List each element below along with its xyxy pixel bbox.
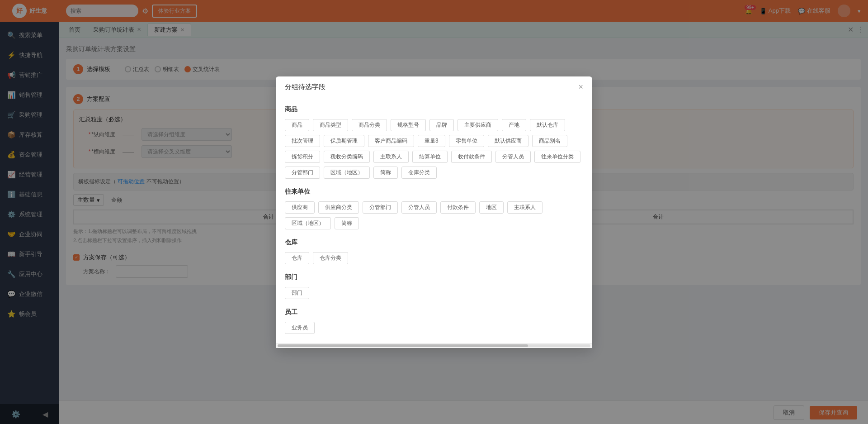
- modal-tag-0-4[interactable]: 品牌: [429, 119, 454, 131]
- modal-section-1: 往来单位供应商供应商分类分管部门分管人员付款条件地区主联系人区域（地区）简称: [285, 188, 583, 229]
- modal-tag-2-1[interactable]: 仓库分类: [313, 252, 348, 264]
- modal-tag-2-0[interactable]: 仓库: [285, 252, 309, 264]
- modal-tag-0-11[interactable]: 重量3: [418, 135, 445, 147]
- modal-tag-0-13[interactable]: 默认供应商: [488, 135, 528, 147]
- modal-tag-0-6[interactable]: 产地: [502, 119, 526, 131]
- modal-section-title-0: 商品: [285, 105, 583, 114]
- modal-tag-0-23[interactable]: 区域（地区）: [324, 167, 370, 179]
- modal-section-title-1: 往来单位: [285, 188, 583, 196]
- modal-section-4: 员工业务员: [285, 308, 583, 334]
- modal-overlay: 分组待选字段 × 商品商品商品类型商品分类规格型号品牌主要供应商产地默认仓库批次…: [0, 0, 868, 424]
- modal-section-2: 仓库仓库仓库分类: [285, 238, 583, 264]
- modal-section-3: 部门部门: [285, 273, 583, 299]
- modal-tag-1-2[interactable]: 分管部门: [363, 201, 398, 214]
- modal-tag-0-15[interactable]: 拣货积分: [285, 151, 320, 163]
- modal-tags-1: 供应商供应商分类分管部门分管人员付款条件地区主联系人区域（地区）简称: [285, 201, 583, 229]
- modal-tags-3: 部门: [285, 287, 583, 299]
- modal-horizontal-scrollbar[interactable]: [276, 343, 592, 348]
- modal-tag-1-5[interactable]: 地区: [479, 201, 504, 214]
- hscroll-thumb: [278, 344, 528, 347]
- modal-tag-0-1[interactable]: 商品类型: [313, 119, 348, 131]
- modal-tag-0-19[interactable]: 收付款条件: [451, 151, 492, 163]
- modal-tag-3-0[interactable]: 部门: [285, 287, 309, 299]
- modal-tag-0-12[interactable]: 零售单位: [449, 135, 484, 147]
- modal-tag-0-5[interactable]: 主要供应商: [458, 119, 498, 131]
- modal-tag-0-16[interactable]: 税收分类编码: [324, 151, 370, 163]
- modal-header: 分组待选字段 ×: [276, 76, 592, 98]
- modal-tag-0-20[interactable]: 分管人员: [495, 151, 531, 163]
- modal-tag-1-4[interactable]: 付款条件: [440, 201, 476, 214]
- modal-tag-0-3[interactable]: 规格型号: [391, 119, 426, 131]
- modal-tag-1-6[interactable]: 主联系人: [507, 201, 542, 214]
- modal-tag-0-25[interactable]: 仓库分类: [401, 167, 437, 179]
- modal-tags-0: 商品商品类型商品分类规格型号品牌主要供应商产地默认仓库批次管理保质期管理客户商品…: [285, 119, 583, 179]
- modal-tag-1-7[interactable]: 区域（地区）: [285, 217, 331, 229]
- modal-tag-1-8[interactable]: 简称: [335, 217, 359, 229]
- modal-tags-2: 仓库仓库分类: [285, 252, 583, 264]
- modal-tag-1-1[interactable]: 供应商分类: [318, 201, 359, 214]
- modal-dialog: 分组待选字段 × 商品商品商品类型商品分类规格型号品牌主要供应商产地默认仓库批次…: [276, 76, 592, 348]
- modal-tag-0-7[interactable]: 默认仓库: [530, 119, 565, 131]
- modal-tag-0-21[interactable]: 往来单位分类: [534, 151, 580, 163]
- modal-tag-0-2[interactable]: 商品分类: [352, 119, 387, 131]
- modal-tag-0-0[interactable]: 商品: [285, 119, 309, 131]
- modal-tag-0-9[interactable]: 保质期管理: [324, 135, 364, 147]
- modal-tag-0-10[interactable]: 客户商品编码: [368, 135, 414, 147]
- hscroll-track: [278, 344, 590, 347]
- modal-section-title-2: 仓库: [285, 238, 583, 247]
- modal-section-0: 商品商品商品类型商品分类规格型号品牌主要供应商产地默认仓库批次管理保质期管理客户…: [285, 105, 583, 179]
- modal-section-title-4: 员工: [285, 308, 583, 316]
- modal-section-title-3: 部门: [285, 273, 583, 281]
- modal-close-button[interactable]: ×: [578, 83, 583, 91]
- modal-title: 分组待选字段: [285, 83, 326, 91]
- modal-tag-0-18[interactable]: 结算单位: [412, 151, 448, 163]
- modal-body: 商品商品商品类型商品分类规格型号品牌主要供应商产地默认仓库批次管理保质期管理客户…: [276, 98, 592, 343]
- modal-tag-0-24[interactable]: 简称: [373, 167, 398, 179]
- modal-tag-0-17[interactable]: 主联系人: [373, 151, 409, 163]
- modal-tag-0-8[interactable]: 批次管理: [285, 135, 320, 147]
- modal-tag-0-14[interactable]: 商品别名: [532, 135, 567, 147]
- modal-tag-1-0[interactable]: 供应商: [285, 201, 315, 214]
- modal-tags-4: 业务员: [285, 322, 583, 334]
- modal-tag-1-3[interactable]: 分管人员: [401, 201, 437, 214]
- modal-tag-4-0[interactable]: 业务员: [285, 322, 315, 334]
- modal-tag-0-22[interactable]: 分管部门: [285, 167, 320, 179]
